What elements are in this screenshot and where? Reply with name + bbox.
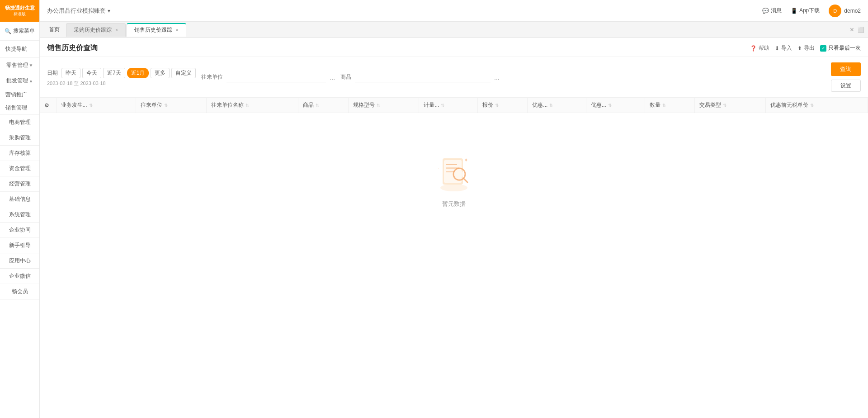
sidebar-item-wholesale[interactable]: 批发管理 ▲: [0, 73, 39, 88]
retail-arrow: ▼: [29, 63, 33, 68]
setting-button[interactable]: 设置: [831, 80, 861, 92]
topbar-dropdown-button[interactable]: ▾: [108, 8, 110, 14]
logo: 畅捷通好生意 标准版: [0, 0, 39, 22]
help-action[interactable]: ❓ 帮助: [750, 44, 769, 52]
message-label: 消息: [771, 7, 782, 14]
sidebar-item-finance[interactable]: 资金管理: [0, 161, 39, 176]
th-pre-discount-price[interactable]: 优惠前无税单价 ⇅: [765, 98, 868, 113]
tab-home[interactable]: 首页: [43, 23, 65, 37]
apps-label: 应用中心: [9, 257, 31, 265]
sort-quoted-price-icon: ⇅: [495, 103, 499, 108]
date-btn-today[interactable]: 今天: [82, 68, 101, 78]
tab-sales-history-close[interactable]: ×: [176, 28, 179, 33]
system-section: 系统管理: [0, 207, 39, 223]
sidebar-item-retail[interactable]: 零售管理 ▼: [0, 58, 39, 73]
sidebar-item-operations[interactable]: 经营管理: [0, 176, 39, 191]
only-last-label: 只看最后一次: [828, 44, 861, 52]
th-spec[interactable]: 规格型号 ⇅: [348, 98, 419, 113]
avatar-initial: D: [833, 8, 837, 14]
th-discount1[interactable]: 优惠... ⇅: [528, 98, 586, 113]
sidebar-item-ecommerce[interactable]: 电商管理: [0, 115, 39, 130]
enterprise-section: 企业协同: [0, 223, 39, 238]
enterprise-label: 企业协同: [9, 226, 31, 234]
partner-filter-input[interactable]: [226, 72, 326, 82]
sidebar-item-wechat[interactable]: 企业微信: [0, 269, 39, 284]
sidebar-item-guide[interactable]: 新手引导: [0, 238, 39, 253]
query-button[interactable]: 查询: [831, 62, 861, 76]
th-biz-date[interactable]: 业务发生... ⇅: [56, 98, 136, 113]
date-range-text: 2023-02-18 至 2023-03-18: [47, 80, 106, 87]
finance-label: 资金管理: [9, 165, 31, 172]
sidebar-item-inventory[interactable]: 库存核算: [0, 146, 39, 161]
close-window-button[interactable]: ×: [850, 26, 854, 34]
tab-home-label: 首页: [49, 26, 60, 33]
date-filter-group: 日期 昨天 今天 近7天 近1月 更多 自定义 2023-02-18 至 202…: [47, 68, 196, 87]
search-menu-section: 🔍 搜索菜单: [0, 22, 39, 41]
tab-sales-history-label: 销售历史价跟踪: [134, 26, 172, 34]
import-label: 导入: [781, 44, 792, 52]
only-last-checkbox-label[interactable]: ✓ 只看最后一次: [820, 44, 861, 52]
sort-partner-code-icon: ⇅: [164, 103, 168, 108]
import-action[interactable]: ⬇ 导入: [775, 44, 792, 52]
date-filter-top: 日期 昨天 今天 近7天 近1月 更多 自定义: [47, 68, 196, 78]
sidebar-item-quick-nav[interactable]: 快捷导航: [0, 43, 39, 56]
table-head: ⚙ 业务发生... ⇅ 往来单位 ⇅: [40, 98, 868, 113]
only-last-checkbox[interactable]: ✓: [820, 45, 826, 52]
table-header-row: ⚙ 业务发生... ⇅ 往来单位 ⇅: [40, 98, 868, 113]
th-goods[interactable]: 商品 ⇅: [298, 98, 348, 113]
tab-purchase-history[interactable]: 采购历史价跟踪 ×: [66, 23, 126, 37]
sidebar-item-member[interactable]: 畅会员: [0, 284, 39, 299]
finance-section: 资金管理: [0, 161, 39, 176]
th-unit[interactable]: 计量... ⇅: [419, 98, 478, 113]
tab-bar: 首页 采购历史价跟踪 × 销售历史价跟踪 × × ⬜: [40, 22, 868, 38]
sidebar-item-enterprise[interactable]: 企业协同: [0, 223, 39, 238]
partner-filter-dots: ...: [330, 74, 335, 81]
sidebar-item-sales[interactable]: 销售管理: [0, 101, 39, 114]
empty-state-row: ✦ · 暂元数据: [40, 113, 868, 245]
sidebar-item-apps[interactable]: 应用中心: [0, 253, 39, 268]
tab-sales-history[interactable]: 销售历史价跟踪 ×: [127, 23, 186, 37]
wechat-label: 企业微信: [9, 272, 31, 280]
date-btn-last7[interactable]: 近7天: [103, 68, 125, 78]
import-icon: ⬇: [775, 45, 779, 52]
th-settings[interactable]: ⚙: [40, 98, 56, 113]
page-header-actions: ❓ 帮助 ⬇ 导入 ⬆ 导出 ✓ 只看最后一次: [750, 44, 861, 52]
avatar: D: [829, 5, 841, 17]
tab-purchase-history-label: 采购历史价跟踪: [74, 26, 112, 34]
th-partner-name[interactable]: 往来单位名称 ⇅: [207, 98, 298, 113]
filter-action-buttons: 查询 设置: [831, 62, 861, 92]
help-icon: ❓: [750, 45, 757, 52]
sidebar-item-purchase[interactable]: 采购管理: [0, 130, 39, 145]
search-menu-label: 搜索菜单: [13, 27, 35, 35]
goods-filter-input[interactable]: [355, 72, 491, 82]
sidebar-item-basic[interactable]: 基础信息: [0, 192, 39, 207]
page-header: 销售历史价查询 ❓ 帮助 ⬇ 导入 ⬆ 导出 ✓ 只看最后一次: [40, 38, 868, 57]
export-label: 导出: [804, 44, 815, 52]
message-action[interactable]: 💬 消息: [762, 7, 782, 14]
th-quantity[interactable]: 数量 ⇅: [645, 98, 694, 113]
system-label: 系统管理: [9, 211, 31, 218]
date-btn-yesterday[interactable]: 昨天: [61, 68, 80, 78]
logo-text: 畅捷通好生意: [5, 5, 35, 11]
svg-rect-3: [446, 164, 457, 165]
th-trade-type[interactable]: 交易类型 ⇅: [694, 98, 765, 113]
sidebar-item-marketing[interactable]: 营销推广: [0, 88, 39, 101]
export-action[interactable]: ⬆ 导出: [797, 44, 815, 52]
maximize-window-button[interactable]: ⬜: [858, 27, 864, 33]
empty-icon: ✦ ·: [431, 149, 476, 195]
th-partner-code[interactable]: 往来单位 ⇅: [136, 98, 207, 113]
search-menu-button[interactable]: 🔍 搜索菜单: [3, 25, 37, 37]
app-download-action[interactable]: 📱 App下载: [791, 7, 820, 14]
th-quoted-price-label: 报价: [482, 101, 493, 109]
th-discount2[interactable]: 优惠... ⇅: [586, 98, 645, 113]
empty-state-cell: ✦ · 暂元数据: [40, 113, 868, 245]
sidebar-item-system[interactable]: 系统管理: [0, 207, 39, 222]
user-profile-action[interactable]: D demo2: [829, 5, 861, 17]
date-btn-more[interactable]: 更多: [151, 68, 170, 78]
tab-purchase-history-close[interactable]: ×: [115, 28, 118, 33]
date-btn-custom[interactable]: 自定义: [171, 68, 196, 78]
date-btn-last1m[interactable]: 近1月: [127, 68, 149, 78]
logo-sub: 标准版: [14, 11, 26, 17]
th-quoted-price[interactable]: 报价 ⇅: [478, 98, 528, 113]
wholesale-arrow: ▲: [29, 78, 33, 83]
